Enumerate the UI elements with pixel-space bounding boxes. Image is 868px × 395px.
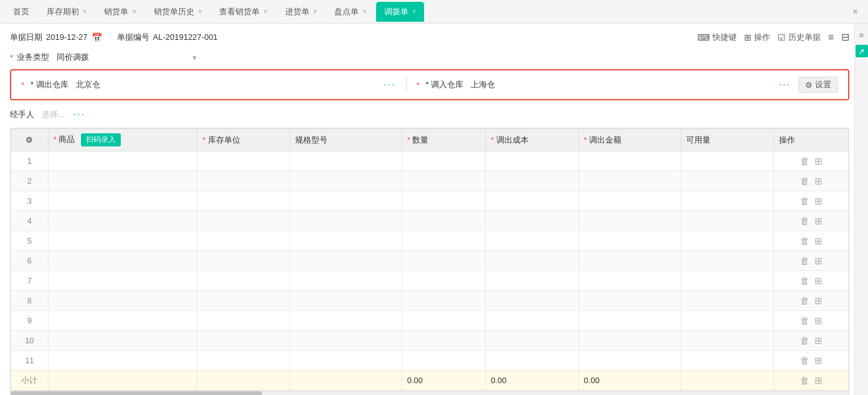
history-button[interactable]: ☑ 历史单据 xyxy=(778,32,821,43)
col-gear-header[interactable]: ⚙ xyxy=(11,129,49,151)
agent-more[interactable]: ··· xyxy=(73,109,85,120)
tab-transfer[interactable]: 调拨单 × xyxy=(376,2,424,22)
row-product-8[interactable] xyxy=(48,291,197,311)
copy-icon-6[interactable]: ⊞ xyxy=(814,256,823,265)
row-spec-9[interactable] xyxy=(290,311,402,331)
copy-icon-9[interactable]: ⊞ xyxy=(814,316,823,325)
delete-icon-4[interactable]: 🗑 xyxy=(800,216,809,226)
subtotal-copy-icon[interactable]: ⊞ xyxy=(814,376,823,385)
transfer-out-more[interactable]: ··· xyxy=(384,79,395,90)
row-qty-5[interactable] xyxy=(402,231,486,251)
row-qty-1[interactable] xyxy=(402,151,486,171)
transfer-in-value[interactable]: 上海仓 xyxy=(471,79,495,90)
row-available-2[interactable] xyxy=(681,171,773,191)
row-amount-9[interactable] xyxy=(578,311,681,331)
row-product-9[interactable] xyxy=(48,311,197,331)
tab-purchase[interactable]: 进货单 × xyxy=(277,2,325,22)
delete-icon-1[interactable]: 🗑 xyxy=(800,156,809,166)
row-qty-11[interactable] xyxy=(402,351,486,371)
tab-sales-order-close[interactable]: × xyxy=(132,8,136,15)
row-unit-6[interactable] xyxy=(197,251,290,271)
row-product-2[interactable] xyxy=(48,171,197,191)
row-cost-9[interactable] xyxy=(486,311,578,331)
row-available-8[interactable] xyxy=(681,291,773,311)
row-product-6[interactable] xyxy=(48,251,197,271)
row-unit-9[interactable] xyxy=(197,311,290,331)
row-available-1[interactable] xyxy=(681,151,773,171)
row-qty-3[interactable] xyxy=(402,191,486,211)
scroll-thumb[interactable] xyxy=(11,391,262,395)
row-available-11[interactable] xyxy=(681,351,773,371)
row-cost-7[interactable] xyxy=(486,271,578,291)
row-available-4[interactable] xyxy=(681,211,773,231)
layout-btn-1[interactable]: ≡ xyxy=(828,32,834,43)
delete-icon-9[interactable]: 🗑 xyxy=(800,316,809,325)
tab-inventory-init-close[interactable]: × xyxy=(83,8,87,15)
barcode-button[interactable]: 扫码录入 xyxy=(81,133,121,146)
row-unit-3[interactable] xyxy=(197,191,290,211)
row-spec-7[interactable] xyxy=(290,271,402,291)
row-amount-11[interactable] xyxy=(578,351,681,371)
row-spec-4[interactable] xyxy=(290,211,402,231)
tab-count[interactable]: 盘点单 × xyxy=(326,2,374,22)
copy-icon-2[interactable]: ⊞ xyxy=(814,176,823,186)
row-cost-11[interactable] xyxy=(486,351,578,371)
row-cost-4[interactable] xyxy=(486,211,578,231)
row-product-3[interactable] xyxy=(48,191,197,211)
row-qty-9[interactable] xyxy=(402,311,486,331)
tab-home[interactable]: 首页 xyxy=(5,2,37,22)
operations-button[interactable]: ⊞ 操作 xyxy=(744,32,770,43)
tab-sales-history-close[interactable]: × xyxy=(198,8,202,15)
row-available-6[interactable] xyxy=(681,251,773,271)
row-available-9[interactable] xyxy=(681,311,773,331)
row-cost-6[interactable] xyxy=(486,251,578,271)
delete-icon-11[interactable]: 🗑 xyxy=(800,356,809,365)
delete-icon-5[interactable]: 🗑 xyxy=(800,236,809,245)
transfer-in-more[interactable]: ··· xyxy=(779,79,791,90)
row-amount-7[interactable] xyxy=(578,271,681,291)
copy-icon-5[interactable]: ⊞ xyxy=(814,236,823,245)
tab-sales-order[interactable]: 销货单 × xyxy=(96,2,144,22)
row-available-7[interactable] xyxy=(681,271,773,291)
row-cost-2[interactable] xyxy=(486,171,578,191)
row-spec-8[interactable] xyxy=(290,291,402,311)
row-unit-8[interactable] xyxy=(197,291,290,311)
row-amount-10[interactable] xyxy=(578,331,681,351)
layout-btn-2[interactable]: ⊟ xyxy=(841,31,849,43)
row-product-5[interactable] xyxy=(48,231,197,251)
subtotal-delete-icon[interactable]: 🗑 xyxy=(800,376,809,385)
row-cost-3[interactable] xyxy=(486,191,578,211)
row-qty-8[interactable] xyxy=(402,291,486,311)
row-spec-11[interactable] xyxy=(290,351,402,371)
transfer-out-value[interactable]: 北京仓 xyxy=(76,79,100,90)
tab-view-sales[interactable]: 查看销货单 × xyxy=(211,2,275,22)
delete-icon-10[interactable]: 🗑 xyxy=(800,336,809,345)
row-amount-4[interactable] xyxy=(578,211,681,231)
tab-count-close[interactable]: × xyxy=(362,8,366,15)
tab-transfer-close[interactable]: × xyxy=(412,8,416,15)
row-spec-5[interactable] xyxy=(290,231,402,251)
row-amount-6[interactable] xyxy=(578,251,681,271)
copy-icon-10[interactable]: ⊞ xyxy=(814,336,823,345)
row-product-7[interactable] xyxy=(48,271,197,291)
sidebar-expand-icon[interactable]: ↗ xyxy=(856,45,868,57)
copy-icon-8[interactable]: ⊞ xyxy=(814,296,823,305)
copy-icon-3[interactable]: ⊞ xyxy=(814,196,823,206)
row-spec-1[interactable] xyxy=(290,151,402,171)
close-window-button[interactable]: × xyxy=(847,6,863,17)
row-unit-2[interactable] xyxy=(197,171,290,191)
row-amount-8[interactable] xyxy=(578,291,681,311)
row-available-5[interactable] xyxy=(681,231,773,251)
row-cost-5[interactable] xyxy=(486,231,578,251)
row-amount-1[interactable] xyxy=(578,151,681,171)
delete-icon-3[interactable]: 🗑 xyxy=(800,196,809,206)
row-product-10[interactable] xyxy=(48,331,197,351)
delete-icon-7[interactable]: 🗑 xyxy=(800,276,809,285)
shortcuts-button[interactable]: ⌨ 快捷键 xyxy=(697,32,737,43)
copy-icon-4[interactable]: ⊞ xyxy=(814,216,823,226)
row-available-10[interactable] xyxy=(681,331,773,351)
row-spec-2[interactable] xyxy=(290,171,402,191)
row-spec-3[interactable] xyxy=(290,191,402,211)
delete-icon-6[interactable]: 🗑 xyxy=(800,256,809,265)
copy-icon-7[interactable]: ⊞ xyxy=(814,276,823,285)
